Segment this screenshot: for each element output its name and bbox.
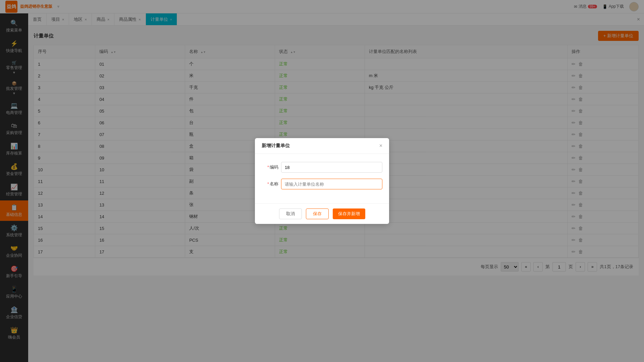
modal-title: 新增计量单位 — [262, 143, 290, 149]
form-row-name: *名称 — [262, 179, 382, 189]
modal-overlay[interactable]: 新增计量单位 × *编码 *名称 取消 保存 保存并新增 — [0, 0, 644, 362]
form-row-code: *编码 — [262, 162, 382, 173]
modal-header: 新增计量单位 × — [255, 138, 389, 154]
modal-close-btn[interactable]: × — [379, 143, 382, 149]
save-button[interactable]: 保存 — [306, 208, 329, 219]
required-star-name: * — [267, 181, 269, 186]
modal-body: *编码 *名称 — [255, 154, 389, 203]
name-input[interactable] — [281, 179, 382, 189]
add-measure-unit-modal: 新增计量单位 × *编码 *名称 取消 保存 保存并新增 — [255, 138, 389, 224]
save-and-add-button[interactable]: 保存并新增 — [333, 208, 365, 219]
code-input[interactable] — [281, 162, 382, 173]
cancel-button[interactable]: 取消 — [279, 208, 302, 219]
name-label: *名称 — [262, 181, 278, 187]
code-label: *编码 — [262, 164, 278, 170]
modal-footer: 取消 保存 保存并新增 — [255, 203, 389, 224]
required-star-code: * — [267, 165, 269, 170]
